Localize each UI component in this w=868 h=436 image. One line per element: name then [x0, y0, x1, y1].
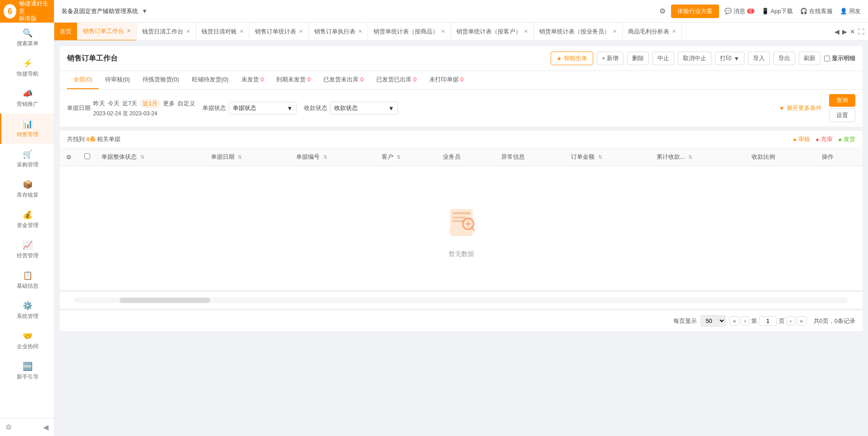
- refresh-button[interactable]: 刷新: [799, 52, 820, 65]
- scroll-thumb[interactable]: [120, 298, 210, 303]
- pagination-input[interactable]: [759, 316, 777, 326]
- show-detail-checkbox[interactable]: 显示明细: [824, 54, 855, 62]
- tab-sales-summary-customer[interactable]: 销货单统计表（按客户） ✕: [451, 23, 534, 41]
- sort-customer-icon[interactable]: ⇅: [397, 154, 401, 160]
- export-button[interactable]: 导出: [773, 52, 795, 65]
- sidebar-item-search[interactable]: 🔍 搜索菜单: [0, 23, 54, 53]
- collapse-icon[interactable]: ◀: [43, 423, 48, 431]
- tab-sales-stats-close[interactable]: ✕: [299, 28, 303, 34]
- tab-close-all-icon[interactable]: ✕: [850, 28, 855, 35]
- tab-cash-reconcile[interactable]: 钱货日清对账 ✕: [196, 23, 249, 41]
- pagination-last[interactable]: »: [796, 316, 806, 326]
- sidebar-item-operation[interactable]: 📈 经营管理: [0, 235, 54, 265]
- pagination-next[interactable]: ›: [786, 316, 795, 326]
- col-setting[interactable]: ⚙: [60, 148, 78, 166]
- tab-sales-summary-customer-close[interactable]: ✕: [524, 28, 528, 34]
- message-action[interactable]: 💬 消息 6: [724, 7, 754, 15]
- tab-next-icon[interactable]: ▶: [842, 28, 847, 35]
- tab-prev-icon[interactable]: ◀: [834, 28, 839, 35]
- tab-margin-analysis-close[interactable]: ✕: [672, 28, 676, 34]
- sub-tab-overdue-not-shipped[interactable]: 到期未发货 0: [270, 71, 317, 89]
- table-body: 暂无数据: [60, 166, 863, 290]
- system-title-text: 装备及固定资产辅助管理系统: [62, 7, 138, 15]
- sidebar-item-guide[interactable]: 🆕 新手引导: [0, 356, 54, 386]
- ship-op-button[interactable]: ● 发货: [838, 135, 855, 143]
- tab-cash-reconcile-close[interactable]: ✕: [240, 28, 244, 34]
- expand-filter-button[interactable]: ▼ 展开更多条件: [779, 104, 822, 112]
- date-custom[interactable]: 自定义: [177, 100, 195, 108]
- select-all-checkbox[interactable]: [84, 153, 90, 159]
- sidebar-item-marketing[interactable]: 📣 营销推广: [0, 83, 54, 114]
- sidebar-item-purchase[interactable]: 🛒 采购管理: [0, 144, 54, 174]
- payment-select[interactable]: 收款状态 ▼: [330, 102, 398, 114]
- smart-create-button[interactable]: ★ 智能生单: [551, 52, 593, 65]
- sort-number-icon[interactable]: ⇅: [323, 154, 327, 160]
- per-page-select[interactable]: 50 10 20 100: [700, 315, 726, 327]
- tab-cash-daily[interactable]: 钱货日清工作台 ✕: [137, 23, 196, 41]
- sidebar-item-sales[interactable]: 📊 销售管理: [0, 114, 54, 144]
- sub-tab-all[interactable]: 全部(0): [67, 71, 99, 89]
- col-check[interactable]: [78, 148, 96, 166]
- tab-fullscreen-icon[interactable]: ⛶: [858, 28, 864, 35]
- system-dropdown-icon[interactable]: ▼: [142, 8, 148, 14]
- sub-tab-shipped-not-out[interactable]: 已发货未出库 0: [317, 71, 370, 89]
- settings-bottom-icon[interactable]: ⚙: [5, 423, 12, 431]
- add-button[interactable]: + 新增: [597, 52, 623, 65]
- sidebar-item-inventory[interactable]: 📦 库存核算: [0, 174, 54, 204]
- col-customer: 客户 ⇅: [376, 148, 438, 166]
- tab-sales-exec-close[interactable]: ✕: [358, 28, 362, 34]
- clipboard-icon: 📋: [23, 270, 33, 280]
- tab-sales-stats[interactable]: 销售订单统计表 ✕: [249, 23, 309, 41]
- date-yesterday[interactable]: 昨天: [93, 100, 105, 108]
- industry-solution-button[interactable]: 体验行业方案: [671, 5, 719, 18]
- tab-sales-workbench[interactable]: 销售订单工作台 ✕: [77, 23, 137, 41]
- print-button[interactable]: 打印 ▼: [715, 52, 744, 65]
- horizontal-scrollbar[interactable]: [74, 298, 848, 303]
- tab-sales-workbench-close[interactable]: ✕: [127, 28, 131, 34]
- audit-op-button[interactable]: ● 审核: [793, 135, 810, 143]
- show-detail-input[interactable]: [824, 56, 830, 62]
- status-select[interactable]: 单据状态 ▼: [229, 102, 297, 114]
- tab-sales-exec[interactable]: 销售订单执行表 ✕: [309, 23, 368, 41]
- user-action[interactable]: 👤 用友: [840, 7, 861, 15]
- sub-tab-not-printed[interactable]: 未打印单据 0: [423, 71, 470, 89]
- pagination-prev[interactable]: ‹: [741, 316, 749, 326]
- filter-settings-button[interactable]: 设置: [829, 109, 855, 122]
- date-last1m[interactable]: 近1月: [140, 99, 160, 108]
- sub-tab-not-shipped[interactable]: 未发货 0: [235, 71, 270, 89]
- import-button[interactable]: 导入: [748, 52, 770, 65]
- tab-sales-summary-product-close[interactable]: ✕: [441, 28, 445, 34]
- revoke-op-button[interactable]: ● 充审: [815, 135, 833, 143]
- online-service-action[interactable]: 🎧 在线客服: [800, 7, 833, 15]
- sidebar-item-basic[interactable]: 📋 基础信息: [0, 265, 54, 295]
- pagination-first[interactable]: «: [729, 316, 739, 326]
- settings-icon-topbar[interactable]: ⚙: [659, 7, 666, 15]
- sort-collected-icon[interactable]: ⇅: [688, 154, 692, 160]
- date-today[interactable]: 今天: [108, 100, 120, 108]
- stop-button[interactable]: 中止: [652, 52, 674, 65]
- date-more[interactable]: 更多: [163, 100, 175, 108]
- sub-tab-wangpu[interactable]: 旺铺待发货(0): [186, 71, 235, 89]
- sort-status-icon[interactable]: ⇅: [140, 154, 144, 160]
- delete-button[interactable]: 删除: [627, 52, 649, 65]
- sub-tab-pending-check[interactable]: 待拣货验货(0): [136, 71, 186, 89]
- tab-cash-daily-close[interactable]: ✕: [186, 28, 190, 34]
- sort-date-icon[interactable]: ⇅: [238, 154, 242, 160]
- date-last7[interactable]: 近7天: [122, 100, 137, 108]
- filter-bar: 单据日期 昨天 今天 近7天 近1月 更多 自定义 2023-02-24 至 2…: [60, 90, 863, 127]
- sidebar-item-cooperation[interactable]: 🤝 企业协同: [0, 326, 54, 356]
- tab-home[interactable]: 首页: [54, 23, 77, 41]
- tab-margin-analysis[interactable]: 商品毛利分析表 ✕: [623, 23, 682, 41]
- app-download-action[interactable]: 📱 App下载: [762, 7, 793, 15]
- sidebar-item-system[interactable]: ⚙️ 系统管理: [0, 295, 54, 326]
- cancel-stop-button[interactable]: 取消中止: [678, 52, 711, 65]
- sort-amount-icon[interactable]: ⇅: [598, 154, 602, 160]
- query-button[interactable]: 查询: [829, 94, 855, 107]
- sidebar-item-quick[interactable]: ⚡ 快捷导航: [0, 53, 54, 83]
- tab-sales-summary-staff-close[interactable]: ✕: [613, 28, 617, 34]
- sub-tab-pending-review[interactable]: 待审核(0): [99, 71, 136, 89]
- sub-tab-shipped-out[interactable]: 已发货已出库 0: [370, 71, 423, 89]
- tab-sales-summary-staff[interactable]: 销货单统计表（按业务员） ✕: [534, 23, 623, 41]
- tab-sales-summary-product[interactable]: 销货单统计表（按商品） ✕: [368, 23, 451, 41]
- sidebar-item-finance[interactable]: 💰 资金管理: [0, 204, 54, 235]
